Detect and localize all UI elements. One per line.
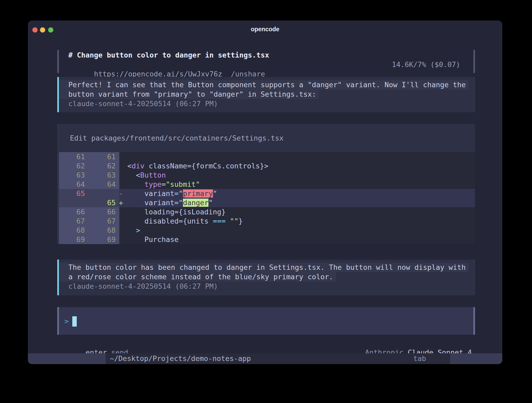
diff-row: 6464 type="submit" <box>59 180 475 189</box>
diff-gutter: 6666 <box>59 207 119 216</box>
message-right-rule <box>473 260 475 295</box>
old-line-number: 64 <box>59 180 87 189</box>
message-line: Perfect! I can see that the Button compo… <box>59 80 468 90</box>
window-title: opencode <box>28 26 502 33</box>
new-line-number: 67 <box>87 216 119 226</box>
new-line-number <box>87 189 119 198</box>
diff-gutter: 6464 <box>59 180 119 189</box>
new-line-number: 66 <box>87 207 119 216</box>
message-line: button variant from "primary" to "danger… <box>59 90 319 99</box>
code-line: disabled={units === ""} <box>119 216 243 226</box>
diff-gutter: 6363 <box>59 170 119 180</box>
diff-row: 6363 <Button <box>59 170 475 180</box>
code-line: <div className={formCs.controls}> <box>119 161 268 170</box>
old-line-number: 65 <box>59 189 87 198</box>
code-line: type="submit" <box>119 180 200 189</box>
new-line-number: 64 <box>87 180 119 189</box>
opencode-window: opencode # Change button color to danger… <box>28 20 502 364</box>
message-line: The button color has been changed to dan… <box>59 263 468 272</box>
message-meta: claude-sonnet-4-20250514 (06:27 PM) <box>68 99 218 109</box>
diff-gutter: 6868 <box>59 226 119 235</box>
chat-input[interactable]: > <box>57 307 475 335</box>
message-meta: claude-sonnet-4-20250514 (06:27 PM) <box>68 282 218 291</box>
diff-gutter: 6161 <box>59 152 119 161</box>
diff-gutter: 65 <box>59 189 119 198</box>
new-line-number: 68 <box>87 226 119 235</box>
old-line-number: 67 <box>59 216 87 226</box>
code-line: - variant="primary" <box>119 189 217 198</box>
code-line: Purchase <box>119 235 179 244</box>
diff-row: 6868 > <box>59 226 475 235</box>
diff-gutter: 65 <box>59 198 119 207</box>
edit-file-path: Edit packages/frontend/src/containers/Se… <box>70 133 284 143</box>
old-line-number: 61 <box>59 152 87 161</box>
diff-row: 65+ variant="danger" <box>59 198 475 207</box>
edit-tool-block: Edit packages/frontend/src/containers/Se… <box>57 124 475 244</box>
assistant-message: The button color has been changed to dan… <box>57 260 475 295</box>
session-title: # Change button color to danger in setti… <box>68 50 269 60</box>
header-right-rule <box>473 50 475 73</box>
input-left-rule <box>57 307 59 335</box>
diff-view: 61616262 <div className={formCs.controls… <box>59 152 475 244</box>
new-line-number: 62 <box>87 161 119 170</box>
old-line-number: 66 <box>59 207 87 216</box>
new-line-number: 61 <box>87 152 119 161</box>
mode-segment: BUILDMODE <box>450 353 502 364</box>
diff-row: 6262 <div className={formCs.controls}> <box>59 161 475 170</box>
header-left-rule <box>57 50 59 73</box>
new-line-number: 63 <box>87 170 119 180</box>
old-line-number: 68 <box>59 226 87 235</box>
message-right-rule <box>473 77 475 112</box>
code-line: > <box>119 226 140 235</box>
app-version: v0.3.11 <box>107 364 137 364</box>
diff-row: 65- variant="primary" <box>59 189 475 198</box>
message-line: a red/rose color scheme instead of the b… <box>59 272 336 282</box>
assistant-message: Perfect! I can see that the Button compo… <box>57 77 475 112</box>
app-name-bold: code <box>86 364 103 364</box>
diff-row: 6666 loading={isLoading} <box>59 207 475 216</box>
diff-gutter: 6767 <box>59 216 119 226</box>
code-line: + variant="danger" <box>119 198 213 207</box>
status-bar: opencodev0.3.11 ~/Desktop/Projects/demo-… <box>28 353 502 364</box>
new-line-number: 65 <box>87 198 119 207</box>
hint-row: entersend AnthropicClaude Sonnet 4 <box>28 338 502 348</box>
new-line-number: 69 <box>87 235 119 244</box>
diff-gutter: 6969 <box>59 235 119 244</box>
diff-row: 6161 <box>59 152 475 161</box>
code-line: loading={isLoading} <box>119 207 226 216</box>
old-line-number: 69 <box>59 235 87 244</box>
context-usage-stats: 14.6K/7% ($0.07) <box>392 60 460 69</box>
diff-row: 6767 disabled={units === ""} <box>59 216 475 226</box>
app-name-normal: open <box>69 364 86 364</box>
prompt-symbol: > <box>64 317 69 326</box>
diff-gutter: 6262 <box>59 161 119 170</box>
code-line: <Button <box>119 170 166 180</box>
session-header: # Change button color to danger in setti… <box>28 50 502 73</box>
text-cursor <box>72 316 77 327</box>
old-line-number: 63 <box>59 170 87 180</box>
working-directory: ~/Desktop/Projects/demo-notes-app <box>110 354 251 363</box>
tab-key-hint: tab <box>413 354 426 363</box>
app-version-segment: opencodev0.3.11 <box>28 353 106 364</box>
old-line-number <box>59 198 87 207</box>
diff-row: 6969 Purchase <box>59 235 475 244</box>
input-right-rule <box>473 307 475 335</box>
mode-name: BUILD <box>489 364 502 364</box>
old-line-number: 62 <box>59 161 87 170</box>
edit-header: Edit packages/frontend/src/containers/Se… <box>59 124 475 152</box>
